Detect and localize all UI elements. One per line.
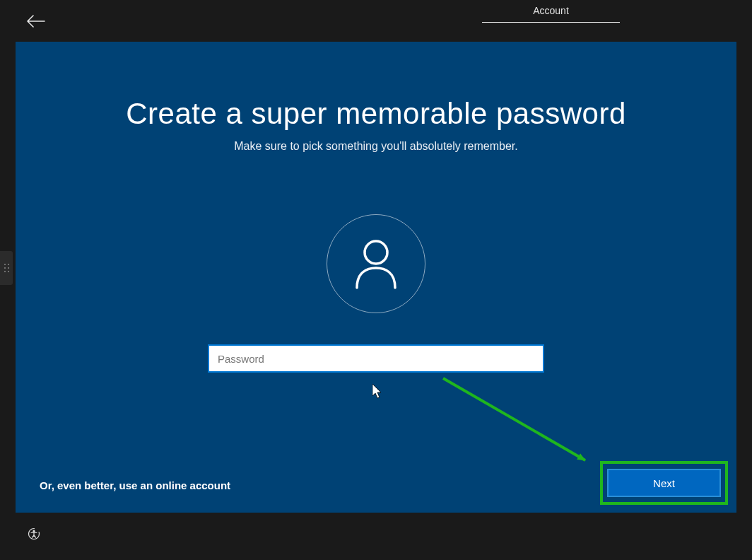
drawer-handle[interactable]: [0, 251, 13, 285]
page-title: Create a super memorable password: [16, 97, 736, 131]
person-icon: [353, 238, 399, 289]
bottom-toolbar: [16, 520, 736, 548]
back-arrow-icon: [25, 14, 45, 28]
ease-of-access-icon: [28, 527, 40, 540]
main-panel: Create a super memorable password Make s…: [16, 42, 736, 513]
mouse-cursor-icon: [372, 384, 384, 399]
drag-handle-icon: [4, 264, 9, 272]
annotation-highlight-box: Next: [600, 461, 728, 505]
next-button[interactable]: Next: [607, 469, 721, 497]
svg-point-3: [33, 530, 35, 532]
avatar-placeholder: [327, 214, 425, 313]
svg-line-1: [443, 378, 585, 460]
title-bar: Account: [0, 0, 752, 42]
back-button[interactable]: [23, 8, 48, 34]
password-input[interactable]: [208, 344, 544, 373]
ease-of-access-button[interactable]: [27, 527, 41, 541]
online-account-link[interactable]: Or, even better, use an online account: [40, 479, 230, 491]
step-tab-underline: [482, 22, 620, 23]
step-tab-account: Account: [482, 0, 620, 22]
svg-point-0: [365, 241, 387, 264]
page-subtitle: Make sure to pick something you'll absol…: [16, 140, 736, 153]
